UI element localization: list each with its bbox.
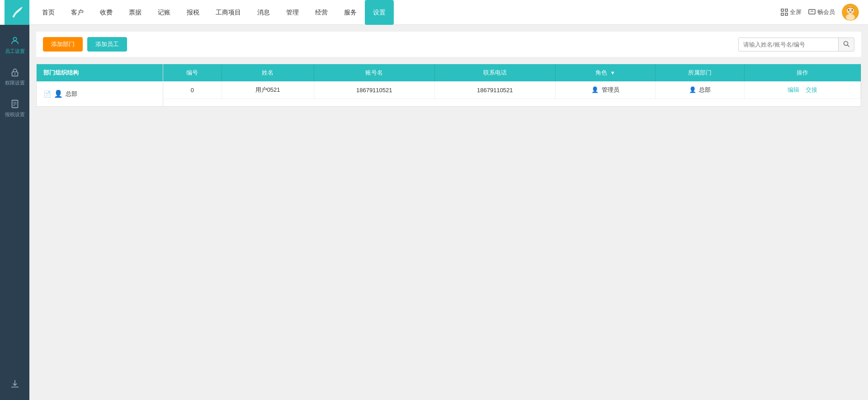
dept-ref-user-icon: 👤: [689, 86, 696, 93]
add-dept-button[interactable]: 添加部门: [43, 37, 83, 52]
file-dept-icon: 📄: [43, 90, 51, 98]
user-avatar[interactable]: [842, 4, 859, 21]
fullscreen-icon: [781, 9, 788, 16]
sidebar-item-tax[interactable]: 报税设置: [0, 93, 29, 124]
search-button[interactable]: [838, 38, 854, 51]
nav-accounting[interactable]: 记账: [150, 0, 179, 25]
user-dept-icon: 👤: [54, 89, 63, 98]
table-row: 0 用户0521 18679110521 18679110521 👤 管理员 👤…: [163, 81, 861, 99]
svg-line-15: [848, 45, 849, 47]
nav-business[interactable]: 工商项目: [208, 0, 249, 25]
col-header-role[interactable]: 角色 ▼: [555, 64, 655, 81]
svg-point-8: [848, 9, 849, 11]
nav-service[interactable]: 服务: [336, 0, 365, 25]
nav-message[interactable]: 消息: [249, 0, 278, 25]
svg-point-9: [852, 9, 853, 11]
sidebar-label-tax: 报税设置: [5, 111, 25, 118]
member-icon: [808, 9, 816, 16]
svg-point-10: [13, 38, 16, 41]
panel-layout: 部门组织结构 📄 👤 总部 编号: [36, 64, 861, 107]
content-area: 添加部门 添加员工 部门组织结构 📄 👤: [29, 25, 868, 400]
edit-link[interactable]: 编辑: [788, 86, 799, 93]
dept-name-general: 总部: [66, 90, 77, 98]
dept-panel-header: 部门组织结构: [37, 64, 163, 81]
svg-rect-0: [781, 9, 783, 11]
dept-tree: 📄 👤 总部: [37, 81, 163, 106]
col-header-account: 账号名: [314, 64, 434, 81]
fullscreen-label: 全屏: [790, 8, 802, 16]
cell-role: 👤 管理员: [555, 81, 655, 99]
dept-tree-item-general[interactable]: 📄 👤 总部: [41, 86, 158, 102]
col-header-dept: 所属部门: [656, 64, 745, 81]
cell-ops: 编辑 交接: [744, 81, 860, 99]
nav-home[interactable]: 首页: [34, 0, 63, 25]
top-nav: 首页 客户 收费 票据 记账 报税 工商项目 消息 管理 经营 服务 设置 全屏: [0, 0, 868, 25]
lock-icon: [10, 67, 20, 77]
col-header-phone: 联系电话: [434, 64, 555, 81]
toolbar: 添加部门 添加员工: [36, 32, 861, 57]
sidebar-download[interactable]: [0, 373, 29, 395]
svg-rect-4: [809, 9, 815, 14]
member-btn[interactable]: 畅会员: [808, 8, 835, 16]
svg-point-12: [14, 73, 15, 75]
svg-rect-2: [781, 13, 783, 15]
svg-rect-1: [785, 9, 788, 11]
sidebar-item-permission[interactable]: 权限设置: [0, 61, 29, 93]
sidebar: 员工设置 权限设置 报税设置: [0, 25, 29, 400]
app-logo: [5, 0, 29, 25]
transfer-link[interactable]: 交接: [806, 86, 817, 93]
nav-operation[interactable]: 经营: [307, 0, 336, 25]
main-layout: 员工设置 权限设置 报税设置 添加部门: [0, 25, 868, 400]
filter-icon: ▼: [610, 70, 615, 75]
col-header-ops: 操作: [744, 64, 860, 81]
emp-table: 编号 姓名 账号名 联系电话 角: [163, 64, 861, 99]
member-label: 畅会员: [817, 8, 835, 16]
nav-invoice[interactable]: 票据: [121, 0, 150, 25]
nav-items: 首页 客户 收费 票据 记账 报税 工商项目 消息 管理 经营 服务 设置: [34, 0, 781, 25]
nav-tax[interactable]: 报税: [179, 0, 208, 25]
col-header-id: 编号: [163, 64, 222, 81]
nav-admin[interactable]: 管理: [278, 0, 307, 25]
file-icon: [10, 99, 20, 109]
download-icon: [10, 379, 20, 389]
dept-panel: 部门组织结构 📄 👤 总部: [37, 64, 163, 106]
svg-rect-3: [785, 13, 788, 15]
role-user-icon: 👤: [591, 86, 599, 93]
add-emp-button[interactable]: 添加员工: [87, 37, 127, 52]
svg-point-7: [846, 14, 855, 20]
top-nav-right: 全屏 畅会员: [781, 4, 859, 21]
sidebar-item-employee[interactable]: 员工设置: [0, 29, 29, 61]
cell-phone: 18679110521: [434, 81, 555, 99]
nav-client[interactable]: 客户: [63, 0, 92, 25]
sidebar-label-employee: 员工设置: [5, 48, 25, 55]
fullscreen-btn[interactable]: 全屏: [781, 8, 802, 16]
cell-id: 0: [163, 81, 222, 99]
search-icon: [843, 41, 849, 47]
search-box: [738, 38, 854, 52]
person-icon: [10, 36, 20, 46]
search-input[interactable]: [739, 38, 838, 51]
emp-panel: 编号 姓名 账号名 联系电话 角: [163, 64, 861, 106]
nav-settings[interactable]: 设置: [365, 0, 394, 25]
nav-charge[interactable]: 收费: [92, 0, 121, 25]
sidebar-label-permission: 权限设置: [5, 80, 25, 86]
cell-dept: 👤 总部: [656, 81, 745, 99]
cell-account: 18679110521: [314, 81, 434, 99]
col-header-name: 姓名: [222, 64, 314, 81]
cell-name: 用户0521: [222, 81, 314, 99]
